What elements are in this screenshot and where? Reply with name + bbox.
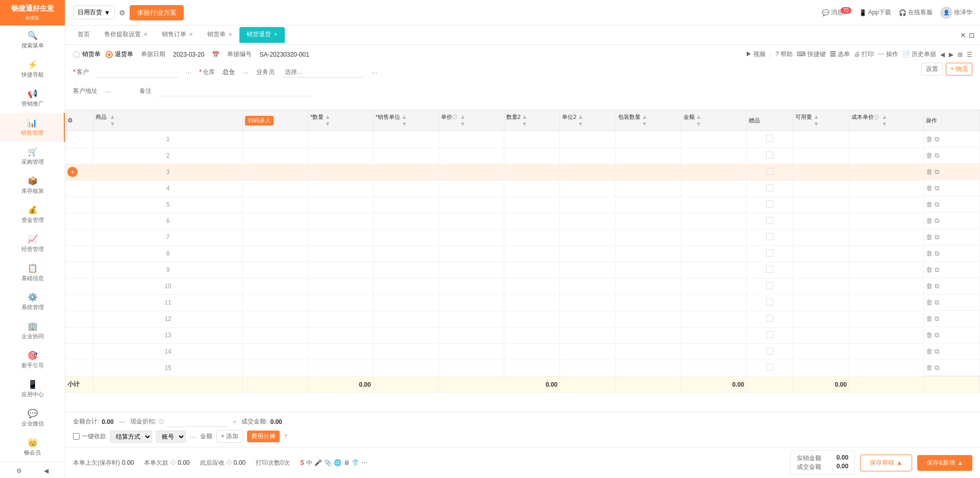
maximize-window-icon[interactable]: ⊡: [969, 31, 975, 39]
gift-checkbox[interactable]: [766, 152, 773, 159]
gift-checkbox[interactable]: [766, 347, 773, 355]
gift-cell[interactable]: [746, 213, 793, 229]
copy-row-button[interactable]: ⧉: [935, 200, 939, 209]
copy-row-button[interactable]: ⧉: [935, 168, 939, 176]
help-btn[interactable]: ? 帮助: [775, 50, 793, 59]
next-icon[interactable]: ▶: [949, 51, 953, 58]
delete-row-button[interactable]: 🗑: [926, 266, 933, 273]
scan-button[interactable]: 扫码录入: [245, 116, 274, 125]
tab-close-sales-return[interactable]: ✕: [274, 32, 278, 37]
copy-row-button[interactable]: ⧉: [935, 331, 939, 339]
copy-row-button[interactable]: ⧉: [935, 135, 939, 143]
gift-cell[interactable]: [746, 229, 793, 245]
one-key-pay-label[interactable]: 一键收款: [73, 432, 106, 441]
delete-row-button[interactable]: 🗑: [926, 282, 933, 290]
gift-checkbox[interactable]: [766, 135, 773, 142]
sidebar-item-system[interactable]: ⚙️ 系统管理: [0, 287, 65, 316]
delete-row-button[interactable]: 🗑: [926, 152, 933, 159]
copy-row-button[interactable]: ⧉: [935, 298, 939, 307]
delete-row-button[interactable]: 🗑: [926, 184, 933, 192]
product-input[interactable]: [245, 168, 306, 175]
ops-btn[interactable]: ⋯ 操作: [878, 50, 898, 59]
gift-checkbox[interactable]: [766, 249, 773, 257]
gift-cell[interactable]: [746, 131, 793, 148]
prev-icon[interactable]: ◀: [940, 51, 945, 58]
copy-row-button[interactable]: ⧉: [935, 266, 939, 274]
app-download-item[interactable]: 📱 App下载: [859, 8, 891, 17]
logistics-button[interactable]: + 物流: [946, 63, 972, 76]
calendar-icon[interactable]: 📅: [212, 51, 219, 58]
sidebar-item-member[interactable]: 👑 畅会员: [0, 433, 65, 462]
settings-icon[interactable]: ⚙: [16, 467, 22, 474]
sidebar-item-enterprise[interactable]: 🏢 企业协同: [0, 316, 65, 345]
payable-info-icon[interactable]: ⓘ: [227, 459, 232, 466]
tab-sales-delivery[interactable]: 销货单 ✕: [200, 27, 239, 43]
save-new-button[interactable]: 保存&新增 ▲: [917, 455, 972, 471]
delete-row-button[interactable]: 🗑: [926, 331, 933, 339]
sidebar-item-search[interactable]: 🔍 搜索菜单: [0, 26, 65, 55]
delete-row-button[interactable]: 🗑: [926, 200, 933, 208]
print-btn[interactable]: 🖨 打印: [854, 50, 874, 59]
close-window-icon[interactable]: ✕: [960, 31, 966, 39]
gift-cell[interactable]: [746, 147, 793, 164]
remark-input[interactable]: [159, 86, 312, 96]
delete-row-button[interactable]: 🗑: [926, 168, 933, 175]
product-cell[interactable]: [242, 164, 308, 180]
gift-checkbox[interactable]: [766, 266, 773, 273]
delete-row-button[interactable]: 🗑: [926, 249, 933, 257]
copy-row-button[interactable]: ⧉: [935, 315, 939, 323]
gift-checkbox[interactable]: [766, 168, 773, 175]
sidebar-item-wechat[interactable]: 💬 企业微信: [0, 404, 65, 433]
sidebar-item-guide[interactable]: 🎯 新手引导: [0, 345, 65, 374]
tab-home[interactable]: 首页: [70, 27, 97, 43]
gift-cell[interactable]: [746, 196, 793, 213]
gift-checkbox[interactable]: [766, 282, 773, 289]
topbar-gear-icon[interactable]: ⚙: [119, 9, 126, 17]
warehouse-dots-btn[interactable]: ···: [242, 68, 249, 77]
fee-split-button[interactable]: 费用分摊: [247, 431, 280, 442]
delete-row-button[interactable]: 🗑: [926, 347, 933, 355]
copy-row-button[interactable]: ⧉: [935, 152, 939, 160]
gear-icon[interactable]: ⚙: [67, 117, 73, 124]
delete-row-button[interactable]: 🗑: [926, 298, 933, 306]
grid-view-icon[interactable]: ⊞: [958, 51, 963, 58]
delete-row-button[interactable]: 🗑: [926, 315, 933, 322]
user-profile[interactable]: 👤 徐泽华: [940, 7, 972, 19]
gift-checkbox[interactable]: [766, 315, 773, 322]
sidebar-item-marketing[interactable]: 📢 营销推广: [0, 84, 65, 113]
sidebar-item-shortcut[interactable]: ⚡ 快捷导航: [0, 55, 65, 84]
list-view-icon[interactable]: ☰: [967, 51, 972, 58]
message-item[interactable]: 💬 消息 70: [822, 8, 851, 17]
video-btn[interactable]: ▶ 视频: [746, 50, 766, 59]
customer-dots-btn[interactable]: ···: [186, 68, 192, 77]
settings-button[interactable]: 设置: [921, 63, 943, 76]
gift-checkbox[interactable]: [766, 233, 773, 240]
delete-row-button[interactable]: 🗑: [926, 135, 933, 143]
copy-row-button[interactable]: ⧉: [935, 184, 939, 192]
radio-sale[interactable]: 销货单: [73, 50, 101, 59]
sidebar-item-inventory[interactable]: 📦 库存核算: [0, 171, 65, 200]
account-dots-btn[interactable]: ···: [190, 433, 196, 441]
copy-row-button[interactable]: ⧉: [935, 347, 939, 356]
gift-cell[interactable]: [746, 360, 793, 376]
gift-cell[interactable]: [746, 327, 793, 343]
gift-checkbox[interactable]: [766, 331, 773, 338]
history-btn[interactable]: 📄 历史单据: [902, 50, 936, 59]
shortcut-btn[interactable]: ⌨ 快捷键: [797, 50, 825, 59]
single-debt-info-icon[interactable]: ⓘ: [170, 459, 176, 466]
save-draft-button[interactable]: 保存草稿 ▲: [860, 455, 912, 471]
tab-sales-order[interactable]: 销售订单 ✕: [155, 27, 200, 43]
salesman-dots-btn[interactable]: ···: [372, 68, 378, 77]
copy-row-button[interactable]: ⧉: [935, 364, 939, 372]
sidebar-item-sales[interactable]: 📊 销售管理: [0, 113, 65, 142]
salesman-input[interactable]: [282, 67, 364, 78]
discount-input[interactable]: [166, 416, 228, 427]
nav-select[interactable]: 日用百货 ▼: [73, 6, 115, 19]
copy-row-button[interactable]: ⧉: [935, 249, 939, 258]
gift-checkbox[interactable]: [766, 298, 773, 306]
gift-cell[interactable]: [746, 245, 793, 262]
gift-checkbox[interactable]: [766, 184, 773, 191]
sidebar-item-finance[interactable]: 💰 资金管理: [0, 200, 65, 229]
copy-row-button[interactable]: ⧉: [935, 217, 939, 225]
gift-cell[interactable]: [746, 262, 793, 278]
